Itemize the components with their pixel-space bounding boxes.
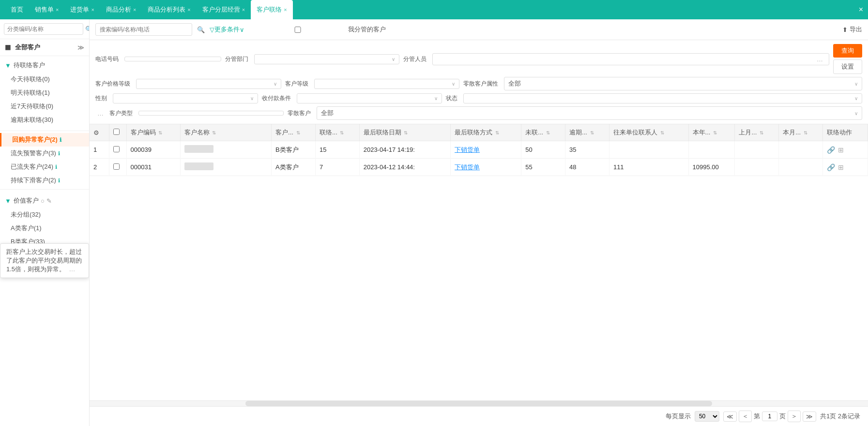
sidebar-repurchase-abnormal[interactable]: 回购异常客户(2) ℹ xyxy=(0,133,89,147)
sidebar-search-input[interactable] xyxy=(4,23,83,35)
prev-page-button[interactable]: ＜ xyxy=(739,411,752,422)
row-checkbox[interactable] xyxy=(113,146,120,152)
sidebar-search-icon[interactable]: 🔍 xyxy=(85,26,90,33)
settings-button[interactable]: 设置 xyxy=(833,59,862,74)
sidebar-7day-contact[interactable]: 近7天待联络(0) xyxy=(0,100,89,113)
cell-this-year xyxy=(688,141,735,159)
gender-field[interactable]: ∨ xyxy=(113,93,258,103)
th-level-sort[interactable]: ⇅ xyxy=(296,130,300,135)
window-close-button[interactable]: × xyxy=(859,5,863,14)
action-link-icon[interactable]: 🔗 xyxy=(827,163,835,171)
export-button[interactable]: ⬆ 导出 xyxy=(842,25,862,34)
sidebar-declining[interactable]: 持续下滑客户(2) ℹ xyxy=(0,174,89,187)
th-this-month-sort[interactable]: ⇅ xyxy=(804,130,807,135)
th-unpurchased-sort[interactable]: ⇅ xyxy=(546,130,550,135)
cell-contact: 7 xyxy=(315,159,359,176)
per-page-select[interactable]: 102050100 xyxy=(695,411,719,422)
person-select-field[interactable]: … xyxy=(432,53,829,65)
customer-level-chevron-icon: ∨ xyxy=(452,81,455,87)
th-last-month: 上月... ⇅ xyxy=(735,124,779,141)
nav-purchase-close[interactable]: × xyxy=(91,7,94,13)
nav-purchase[interactable]: 进货单 × xyxy=(64,0,100,19)
payment-field[interactable]: ∨ xyxy=(297,93,442,103)
sidebar-tomorrow-contact[interactable]: 明天待联络(1) xyxy=(0,86,89,100)
phone-input-field[interactable] xyxy=(124,57,221,61)
nav-customer-contact[interactable]: 客户联络 × xyxy=(251,0,292,19)
sidebar-overdue-contact[interactable]: 逾期未联络(30) xyxy=(0,113,89,127)
sidebar-churned[interactable]: 已流失客户(24) ℹ xyxy=(0,160,89,174)
th-last-month-sort[interactable]: ⇅ xyxy=(760,130,763,135)
select-all-checkbox[interactable] xyxy=(113,129,120,135)
action-grid-icon[interactable]: ⊞ xyxy=(838,146,844,154)
info-icon-3[interactable]: ℹ xyxy=(58,177,60,184)
row4-dots[interactable]: … xyxy=(97,110,104,117)
nav-product-analysis[interactable]: 商品分析 × xyxy=(100,0,142,19)
query-button[interactable]: 查询 xyxy=(833,44,862,58)
tooltip-more[interactable]: … xyxy=(69,265,75,273)
nav-product-analysis-close[interactable]: × xyxy=(133,7,136,13)
info-icon-0[interactable]: ℹ xyxy=(60,137,61,143)
sidebar-collapse-icon[interactable]: ≫ xyxy=(77,44,84,51)
info-icon-1[interactable]: ℹ xyxy=(58,150,60,157)
customer-table: ⚙ 客户编码 ⇅ 客户名称 ⇅ xyxy=(90,124,868,176)
cell-index: 1 xyxy=(90,141,109,159)
value-customer-edit-icon[interactable]: ○ xyxy=(41,197,45,205)
th-last-date-sort[interactable]: ⇅ xyxy=(404,130,408,135)
price-level-field[interactable]: ∨ xyxy=(136,79,281,89)
search-button[interactable]: 🔍 xyxy=(197,26,205,33)
retail-attr-field[interactable]: 全部 ∨ xyxy=(504,77,862,90)
th-this-year-sort[interactable]: ⇅ xyxy=(713,130,717,135)
first-page-button[interactable]: ≪ xyxy=(723,411,737,422)
search-input[interactable] xyxy=(95,23,192,36)
customer-type-field[interactable] xyxy=(138,111,284,116)
nav-sales[interactable]: 销售单 × xyxy=(29,0,64,19)
dept-label: 分管部门 xyxy=(225,55,248,63)
sidebar-today-contact[interactable]: 今天待联络(0) xyxy=(0,73,89,86)
person-dots-icon[interactable]: … xyxy=(817,56,823,63)
nav-sales-close[interactable]: × xyxy=(56,7,59,13)
value-customer-settings-icon[interactable]: ✎ xyxy=(46,197,52,205)
last-method-link[interactable]: 下销货单 xyxy=(455,146,480,153)
action-link-icon[interactable]: 🔗 xyxy=(827,146,835,154)
sidebar-ungrouped[interactable]: 未分组(32) xyxy=(0,208,89,221)
my-customers-checkbox[interactable] xyxy=(249,27,346,33)
table-settings-icon[interactable]: ⚙ xyxy=(93,129,99,136)
all-customers-item[interactable]: ▦ 全部客户 ≫ xyxy=(0,39,89,56)
page-label: 第 xyxy=(754,412,760,421)
nav-customer-segments[interactable]: 客户分层经营 × xyxy=(197,0,251,19)
action-grid-icon[interactable]: ⊞ xyxy=(838,163,844,171)
th-contact-sort[interactable]: ⇅ xyxy=(340,130,344,135)
row-checkbox[interactable] xyxy=(113,163,120,170)
cell-this-year: 10995.00 xyxy=(688,159,735,176)
nav-customer-segments-close[interactable]: × xyxy=(242,7,245,13)
th-contacts-sort[interactable]: ⇅ xyxy=(660,130,664,135)
sidebar-churn-warning[interactable]: 流失预警客户(3) ℹ xyxy=(0,147,89,160)
nav-customer-contact-close[interactable]: × xyxy=(284,7,287,13)
nav-product-analysis-list-close[interactable]: × xyxy=(187,7,190,13)
th-overdue-sort[interactable]: ⇅ xyxy=(590,130,594,135)
nav-product-analysis-list[interactable]: 商品分析列表 × xyxy=(142,0,196,19)
pending-contact-title[interactable]: ▼ 待联络客户 xyxy=(0,58,89,73)
last-page-button[interactable]: ≫ xyxy=(803,411,816,422)
th-name-sort[interactable]: ⇅ xyxy=(212,130,216,135)
customer-level-field[interactable]: ∨ xyxy=(314,79,459,89)
sidebar-a-class[interactable]: A类客户(1) xyxy=(0,221,89,235)
value-customer-title[interactable]: ▼ 价值客户 ○ ✎ xyxy=(0,193,89,208)
filter-row-3: 性别 ∨ 收付款条件 ∨ 状态 ∨ xyxy=(95,93,862,103)
th-code-sort[interactable]: ⇅ xyxy=(158,130,162,135)
next-page-button[interactable]: ＞ xyxy=(788,411,801,422)
last-method-link[interactable]: 下销货单 xyxy=(455,163,480,171)
bottom-scrollbar[interactable] xyxy=(90,400,868,406)
nav-home[interactable]: 首页 xyxy=(5,0,29,19)
retail-customer-field[interactable]: 全部 ∨ xyxy=(317,106,862,120)
customer-level-label: 客户等级 xyxy=(285,80,308,88)
page-input[interactable] xyxy=(762,411,777,421)
info-icon-2[interactable]: ℹ xyxy=(55,164,57,170)
th-last-method-sort[interactable]: ⇅ xyxy=(495,130,499,135)
status-label: 状态 xyxy=(446,94,457,103)
status-field[interactable]: ∨ xyxy=(463,93,862,103)
dept-select-field[interactable]: ∨ xyxy=(254,54,399,64)
more-conditions-button[interactable]: ▽ 更多条件 ∨ xyxy=(210,25,244,34)
th-checkbox xyxy=(109,124,126,141)
table-row: 2 000031 A类客户 7 2023-04-12 14:44: 下销货单 5… xyxy=(90,159,868,176)
